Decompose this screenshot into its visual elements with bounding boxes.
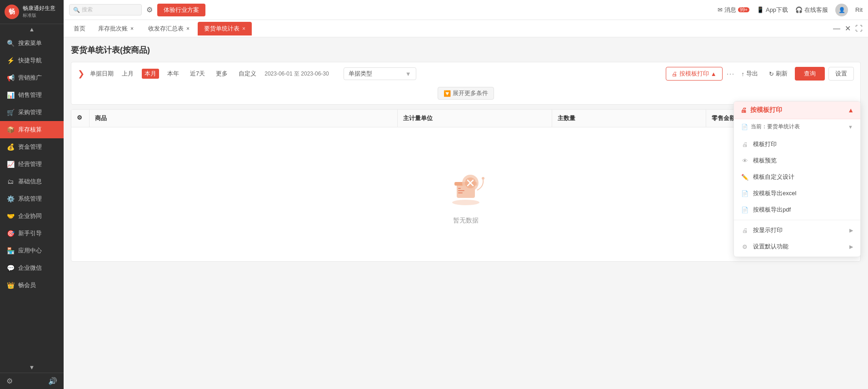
empty-text: 暂无数据 xyxy=(453,217,479,225)
dropdown-item-set-default[interactable]: ⚙ 设置默认功能 ▶ xyxy=(734,238,860,255)
window-minimize-button[interactable]: — xyxy=(833,25,840,33)
tab-inventory-batch-close[interactable]: × xyxy=(130,25,134,32)
print-icon: 🖨 xyxy=(672,71,678,77)
date-btn-7days[interactable]: 近7天 xyxy=(187,69,208,79)
tab-inventory-batch[interactable]: 库存批次账 × xyxy=(92,22,140,35)
sidebar-item-enterprise[interactable]: 🤝企业协同 xyxy=(0,207,64,225)
tab-order-stats-close[interactable]: × xyxy=(242,25,245,32)
sidebar-item-operation[interactable]: 📈经营管理 xyxy=(0,156,64,173)
trial-button[interactable]: 体验行业方案 xyxy=(157,4,205,16)
sidebar-bottom: ⚙ 🔊 xyxy=(0,373,64,389)
tab-order-stats[interactable]: 要货单统计表 × xyxy=(198,22,252,35)
current-template-row: 📄 当前：要货单统计表 ▼ xyxy=(734,119,860,134)
query-button[interactable]: 查询 xyxy=(795,67,825,81)
doc-type-arrow-icon: ▼ xyxy=(405,71,411,77)
logo-text-block: 畅康通好生意 标准版 xyxy=(23,5,55,19)
content-area: 要货单统计表(按商品) ❯ 单据日期 上月 本月 本年 近7天 更多 自定义 2… xyxy=(64,37,868,389)
sidebar-item-newcomer[interactable]: 🎯新手引导 xyxy=(0,225,64,242)
doc-type-label: 单据类型 xyxy=(349,70,404,78)
window-close-button[interactable]: ✕ xyxy=(845,24,851,33)
dropdown-item-template-custom[interactable]: ✏️ 模板自定义设计 xyxy=(734,169,860,185)
table-settings-icon: ⚙ xyxy=(77,114,82,121)
header-right: ✉ 消息 99+ 📱 App下载 🎧 在线客服 👤 Rit xyxy=(718,4,863,16)
print-label: 按模板打印 xyxy=(679,70,709,78)
message-icon: ✉ xyxy=(718,6,723,13)
th-settings[interactable]: ⚙ xyxy=(71,110,90,127)
tab-home[interactable]: 首页 xyxy=(69,22,90,35)
tabs-bar: 首页 库存批次账 × 收发存汇总表 × 要货单统计表 × — ✕ ⛶ xyxy=(64,20,868,37)
app-download-item[interactable]: 📱 App下载 xyxy=(757,6,788,14)
messages-item[interactable]: ✉ 消息 99+ xyxy=(718,6,749,14)
dropdown-item-template-excel[interactable]: 📄 按模板导出excel xyxy=(734,185,860,202)
sound-bottom-icon[interactable]: 🔊 xyxy=(48,377,57,385)
header-search-text: 搜索 xyxy=(82,6,93,14)
sidebar-item-marketing[interactable]: 📢营销推广 xyxy=(0,69,64,86)
messages-badge: 99+ xyxy=(738,7,749,12)
display-print-arrow-icon: ▶ xyxy=(849,227,853,233)
print-template-button[interactable]: 🖨 按模板打印 ▲ xyxy=(666,67,723,81)
sidebar-item-member[interactable]: 👑畅会员 xyxy=(0,277,64,294)
dropdown-print-icon: 🖨 xyxy=(740,106,747,114)
dropdown-collapse-icon[interactable]: ▲ xyxy=(848,106,854,114)
tab-receipt-summary-close[interactable]: × xyxy=(186,25,190,32)
date-btn-more[interactable]: 更多 xyxy=(213,69,230,79)
th-unit: 主计量单位 xyxy=(398,110,552,127)
date-btn-this-month[interactable]: 本月 xyxy=(142,69,159,79)
messages-label: 消息 xyxy=(724,6,736,14)
filter-toggle-icon[interactable]: ❯ xyxy=(78,69,85,79)
sidebar-item-system[interactable]: ⚙️系统管理 xyxy=(0,190,64,207)
logo-badge: 标准版 xyxy=(23,12,55,19)
avatar[interactable]: 👤 xyxy=(835,4,848,16)
filter-bar: ❯ 单据日期 上月 本月 本年 近7天 更多 自定义 2023-06-01 至 … xyxy=(71,62,861,105)
set-default-arrow-icon: ▶ xyxy=(849,244,853,250)
current-template-label: 当前：要货单统计表 xyxy=(751,123,845,131)
date-btn-custom[interactable]: 自定义 xyxy=(236,69,259,79)
sidebar-scroll-down[interactable]: ▼ xyxy=(0,362,64,373)
page-title: 要货单统计表(按商品) xyxy=(71,45,861,56)
sidebar: 畅 畅康通好生意 标准版 ▲ 🔍搜索菜单 ⚡快捷导航 📢营销推广 📊销售管理 🛒… xyxy=(0,0,64,389)
sidebar-item-finance[interactable]: 💰资金管理 xyxy=(0,138,64,156)
sidebar-item-purchase[interactable]: 🛒采购管理 xyxy=(0,104,64,121)
dropdown-header-controls: ▲ xyxy=(848,106,854,114)
more-options-icon[interactable]: ⋯ xyxy=(726,69,734,79)
date-btn-last-month[interactable]: 上月 xyxy=(119,69,136,79)
online-service-item[interactable]: 🎧 在线客服 xyxy=(795,6,828,14)
tab-inventory-batch-label: 库存批次账 xyxy=(98,25,128,33)
dropdown-item-template-print[interactable]: 🖨 模板打印 xyxy=(734,136,860,152)
svg-point-10 xyxy=(482,177,484,180)
refresh-button[interactable]: ↻ 刷新 xyxy=(765,68,791,80)
settings-bottom-icon[interactable]: ⚙ xyxy=(6,377,13,385)
export-button[interactable]: ↑ 导出 xyxy=(738,68,762,80)
sidebar-item-appstore[interactable]: 🏪应用中心 xyxy=(0,242,64,259)
dropdown-menu: 🖨 按模板打印 ▲ 📄 当前：要货单统计表 ▼ 🖨 模板打印 � xyxy=(733,101,861,257)
sidebar-scroll-up[interactable]: ▲ xyxy=(0,24,64,35)
header-gear-icon[interactable]: ⚙ xyxy=(146,5,153,14)
template-preview-icon: 👁 xyxy=(741,157,748,164)
refresh-label: 刷新 xyxy=(776,70,788,78)
table-settings-button[interactable]: 设置 xyxy=(828,67,854,81)
sidebar-item-sales[interactable]: 📊销售管理 xyxy=(0,86,64,104)
empty-illustration xyxy=(443,164,489,209)
sidebar-item-wechat[interactable]: 💬企业微信 xyxy=(0,259,64,277)
window-maximize-button[interactable]: ⛶ xyxy=(855,25,863,33)
expand-more-btn[interactable]: 🔽 展开更多条件 xyxy=(438,87,494,100)
header-search-box[interactable]: 🔍 搜索 xyxy=(69,4,142,15)
tab-receipt-summary[interactable]: 收发存汇总表 × xyxy=(142,22,196,35)
date-btn-this-year[interactable]: 本年 xyxy=(165,69,182,79)
dropdown-item-template-pdf[interactable]: 📄 按模板导出pdf xyxy=(734,202,860,218)
dropdown-item-display-print[interactable]: 🖨 按显示打印 ▶ xyxy=(734,222,860,238)
print-arrow-icon: ▲ xyxy=(711,71,717,77)
sidebar-item-search[interactable]: 🔍搜索菜单 xyxy=(0,35,64,52)
th-quantity: 主数量 xyxy=(552,110,706,127)
sidebar-logo: 畅 畅康通好生意 标准版 xyxy=(0,0,64,24)
display-print-label: 按显示打印 xyxy=(753,226,845,234)
dropdown-item-template-preview[interactable]: 👁 模板预览 xyxy=(734,152,860,169)
top-header: 🔍 搜索 ⚙ 体验行业方案 ✉ 消息 99+ 📱 App下载 🎧 在线客服 👤 … xyxy=(64,0,868,20)
inventory-icon: 📦 xyxy=(6,126,15,133)
expand-icon: 🔽 xyxy=(444,90,451,97)
sidebar-item-basic[interactable]: 🗂基础信息 xyxy=(0,173,64,190)
marketing-icon: 📢 xyxy=(6,74,15,81)
sidebar-item-inventory[interactable]: 📦库存核算 xyxy=(0,121,64,138)
doc-type-select[interactable]: 单据类型 ▼ xyxy=(344,67,416,80)
sidebar-item-quick-nav[interactable]: ⚡快捷导航 xyxy=(0,52,64,69)
